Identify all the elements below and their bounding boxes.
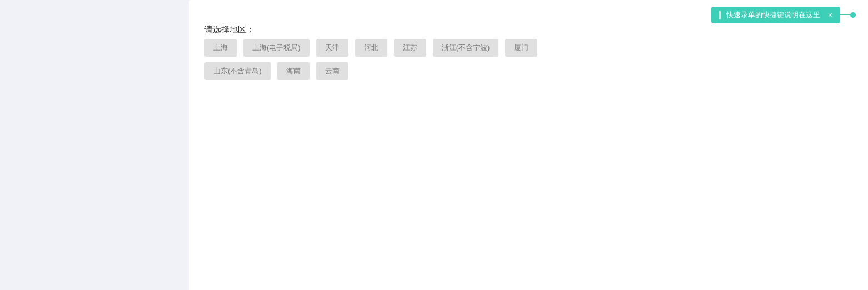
region-button-hainan[interactable]: 海南 — [277, 62, 310, 80]
region-button-jiangsu[interactable]: 江苏 — [394, 39, 426, 57]
region-button-shandong[interactable]: 山东(不含青岛) — [204, 62, 271, 80]
region-button-yunnan[interactable]: 云南 — [316, 62, 348, 80]
tooltip-banner: 快速录单的快捷键说明在这里 × — [711, 7, 840, 23]
tooltip-text: 快速录单的快捷键说明在这里 — [726, 10, 820, 20]
region-button-hebei[interactable]: 河北 — [355, 39, 387, 57]
region-button-shanghai[interactable]: 上海 — [204, 39, 237, 57]
page-label: 请选择地区： — [204, 24, 255, 35]
region-button-zhejiang[interactable]: 浙江(不含宁波) — [433, 39, 499, 57]
tooltip-line — [839, 14, 850, 15]
region-button-tianjin[interactable]: 天津 — [316, 39, 348, 57]
region-button-xiamen[interactable]: 厦门 — [505, 39, 537, 57]
region-buttons-row2: 山东(不含青岛)海南云南 — [204, 62, 348, 80]
sidebar — [0, 0, 189, 290]
tooltip-dot — [850, 12, 856, 18]
region-button-shanghai-etax[interactable]: 上海(电子税局) — [243, 39, 310, 57]
tooltip-bar — [719, 11, 721, 19]
region-buttons-row1: 上海上海(电子税局)天津河北江苏浙江(不含宁波)厦门 — [204, 39, 537, 57]
tooltip-close-button[interactable]: × — [828, 11, 832, 19]
main-content: 请选择地区： 上海上海(电子税局)天津河北江苏浙江(不含宁波)厦门 山东(不含青… — [189, 0, 868, 290]
